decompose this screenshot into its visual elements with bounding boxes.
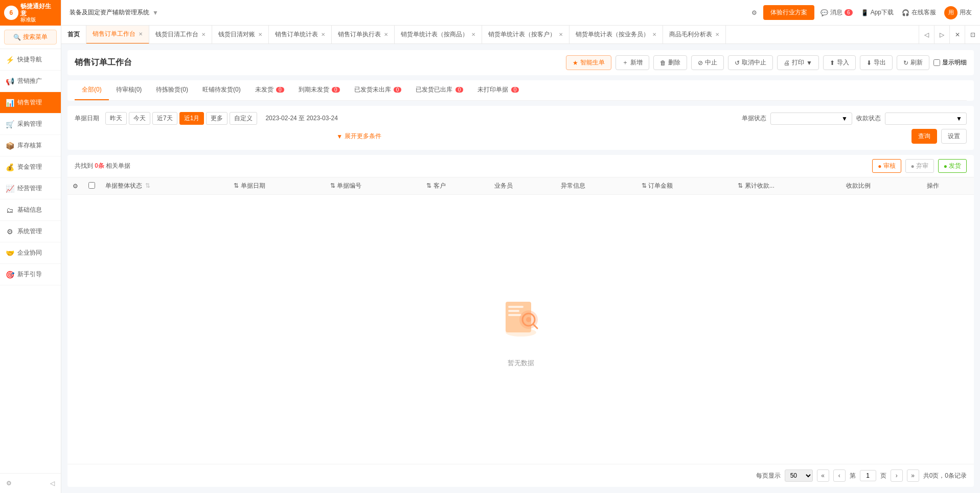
- subtab-pending-review[interactable]: 待审核(0): [109, 80, 149, 100]
- tab-sales-exec[interactable]: 销售订单执行表 ✕: [332, 26, 395, 44]
- tab-cash-reconcile[interactable]: 钱货日清对账 ✕: [212, 26, 269, 44]
- tab-sales-summary-client-close[interactable]: ✕: [559, 32, 563, 37]
- subtab-pending-inspect[interactable]: 待拣验货(0): [149, 80, 195, 100]
- export-button[interactable]: ⬇ 导出: [860, 55, 893, 70]
- sidebar-label-operations: 经营管理: [17, 184, 42, 193]
- filter-settings-button[interactable]: 设置: [941, 129, 967, 144]
- message-button[interactable]: 💬 消息 6: [821, 8, 853, 17]
- sidebar-item-quicknav[interactable]: ⚡ 快捷导航: [0, 49, 61, 71]
- show-detail-checkbox-area[interactable]: 显示明细: [933, 58, 967, 67]
- sidebar-item-enterprise[interactable]: 🤝 企业协同: [0, 242, 61, 264]
- smart-generate-button[interactable]: ★ 智能生单: [566, 55, 611, 70]
- tab-sales-summary-client[interactable]: 销货单统计表（按客户） ✕: [482, 26, 569, 44]
- sidebar-settings-button[interactable]: ⚙: [4, 478, 14, 489]
- app-download-label: App下载: [871, 8, 894, 17]
- tab-sales-stats[interactable]: 销售订单统计表 ✕: [269, 26, 332, 44]
- tab-close-all-button[interactable]: ✕: [949, 26, 965, 44]
- col-check-header[interactable]: [83, 177, 100, 195]
- sidebar-item-sales[interactable]: 📊 销售管理: [0, 92, 61, 114]
- sidebar-item-inventory[interactable]: 📦 库存核算: [0, 135, 61, 156]
- tab-expand-button[interactable]: ⊡: [965, 26, 980, 44]
- stop-button[interactable]: ⊘ 中止: [691, 55, 724, 70]
- tab-sales-summary-staff-close[interactable]: ✕: [652, 32, 656, 37]
- sidebar-item-purchase[interactable]: 🛒 采购管理: [0, 114, 61, 135]
- tab-product-gross-close[interactable]: ✕: [715, 32, 719, 37]
- tab-cash-reconcile-close[interactable]: ✕: [258, 32, 262, 37]
- tab-sales-workbench[interactable]: 销售订单工作台 ✕: [86, 26, 149, 44]
- date-btn-7days[interactable]: 近7天: [152, 112, 177, 125]
- date-btn-custom[interactable]: 自定义: [230, 112, 257, 125]
- expand-conditions-button[interactable]: ▼ 展开更多条件: [336, 132, 381, 141]
- topbar-gear-icon[interactable]: ⚙: [751, 9, 757, 16]
- subtab-shipped-out[interactable]: 已发货已出库 0: [408, 80, 470, 100]
- subtab-expired-unshipped[interactable]: 到期未发货 0: [291, 80, 347, 100]
- tab-sales-summary-product[interactable]: 销货单统计表（按商品） ✕: [395, 26, 482, 44]
- query-button[interactable]: 查询: [911, 129, 937, 144]
- sidebar-item-operations[interactable]: 📈 经营管理: [0, 178, 61, 199]
- delete-button[interactable]: 🗑 删除: [653, 55, 687, 70]
- tab-sales-workbench-close[interactable]: ✕: [139, 31, 143, 37]
- cancel-stop-button[interactable]: ↺ 取消中止: [728, 55, 773, 70]
- col-client-header[interactable]: ⇅ 客户: [421, 177, 489, 195]
- status-filter-label: 单据状态: [742, 114, 766, 123]
- page-first-button[interactable]: «: [817, 469, 829, 482]
- tab-next-button[interactable]: ▷: [934, 26, 949, 44]
- col-exception-header[interactable]: 异常信息: [556, 177, 636, 195]
- subtab-shipped-not-out[interactable]: 已发货未出库 0: [347, 80, 409, 100]
- print-button[interactable]: 🖨 打印 ▼: [777, 55, 819, 70]
- sidebar-item-guide[interactable]: 🎯 新手引导: [0, 264, 61, 285]
- review-action-button[interactable]: ● 审核: [872, 159, 901, 173]
- subtab-wangpu[interactable]: 旺铺待发货(0): [195, 80, 248, 100]
- date-btn-yesterday[interactable]: 昨天: [105, 112, 127, 125]
- col-collected-header[interactable]: ⇅ 累计收款...: [733, 177, 841, 195]
- empty-icon: [495, 292, 546, 352]
- page-next-button[interactable]: ›: [891, 469, 903, 482]
- cancel-review-button[interactable]: ● 弃审: [905, 159, 934, 173]
- tab-prev-button[interactable]: ◁: [919, 26, 934, 44]
- app-download-button[interactable]: 📱 App下载: [861, 8, 894, 17]
- refresh-button[interactable]: ↻ 刷新: [897, 55, 929, 70]
- new-button[interactable]: ＋ 新增: [616, 55, 649, 70]
- show-detail-checkbox[interactable]: [933, 59, 940, 66]
- ship-action-button[interactable]: ● 发货: [938, 159, 967, 173]
- page-last-button[interactable]: »: [907, 469, 919, 482]
- import-button[interactable]: ⬆ 导入: [823, 55, 856, 70]
- search-menu-button[interactable]: 🔍 搜索菜单: [4, 30, 57, 44]
- date-btn-more[interactable]: 更多: [206, 112, 227, 125]
- online-service-button[interactable]: 🎧 在线客服: [902, 8, 936, 17]
- page-input[interactable]: [860, 470, 876, 481]
- tab-sales-exec-close[interactable]: ✕: [384, 32, 388, 37]
- col-staff-header[interactable]: 业务员: [489, 177, 556, 195]
- col-date-header[interactable]: ⇅ 单据日期: [229, 177, 325, 195]
- system-title-dropdown[interactable]: ▼: [152, 9, 158, 16]
- sidebar-item-finance[interactable]: 💰 资金管理: [0, 156, 61, 178]
- tab-sales-summary-staff[interactable]: 销货单统计表（按业务员） ✕: [569, 26, 663, 44]
- sidebar-item-basic[interactable]: 🗂 基础信息: [0, 199, 61, 221]
- col-gear-header[interactable]: ⚙: [67, 177, 83, 195]
- subtab-unshipped[interactable]: 未发货 0: [248, 80, 291, 100]
- subtab-all[interactable]: 全部(0): [75, 80, 109, 100]
- user-menu[interactable]: 用 用友: [944, 6, 972, 19]
- status-filter-select[interactable]: ▼: [770, 113, 852, 125]
- cancel-review-icon: ●: [911, 163, 915, 170]
- col-amount-header[interactable]: ⇅ 订单金额: [636, 177, 733, 195]
- tab-sales-stats-close[interactable]: ✕: [321, 32, 325, 37]
- tab-product-gross[interactable]: 商品毛利分析表 ✕: [663, 26, 726, 44]
- payment-filter-select[interactable]: ▼: [885, 113, 967, 125]
- tab-cash-daily-close[interactable]: ✕: [201, 32, 206, 37]
- page-size-select[interactable]: 10 20 50 100: [785, 469, 813, 482]
- col-status-header[interactable]: 单据整体状态 ⇅: [100, 177, 229, 195]
- tab-cash-daily[interactable]: 钱货日清工作台 ✕: [149, 26, 212, 44]
- select-all-checkbox[interactable]: [88, 182, 95, 189]
- page-prev-button[interactable]: ‹: [833, 469, 846, 482]
- sidebar-item-system[interactable]: ⚙ 系统管理: [0, 221, 61, 242]
- subtab-unprinted[interactable]: 未打印单据 0: [470, 80, 526, 100]
- date-btn-1month[interactable]: 近1月: [179, 112, 204, 125]
- trial-button[interactable]: 体验行业方案: [763, 5, 814, 20]
- sidebar-item-marketing[interactable]: 📢 营销推广: [0, 71, 61, 92]
- sidebar-collapse-button[interactable]: ◁: [48, 478, 57, 489]
- date-btn-today[interactable]: 今天: [129, 112, 150, 125]
- tab-home[interactable]: 首页: [61, 26, 86, 44]
- tab-sales-summary-product-close[interactable]: ✕: [471, 32, 475, 37]
- col-number-header[interactable]: ⇅ 单据编号: [325, 177, 422, 195]
